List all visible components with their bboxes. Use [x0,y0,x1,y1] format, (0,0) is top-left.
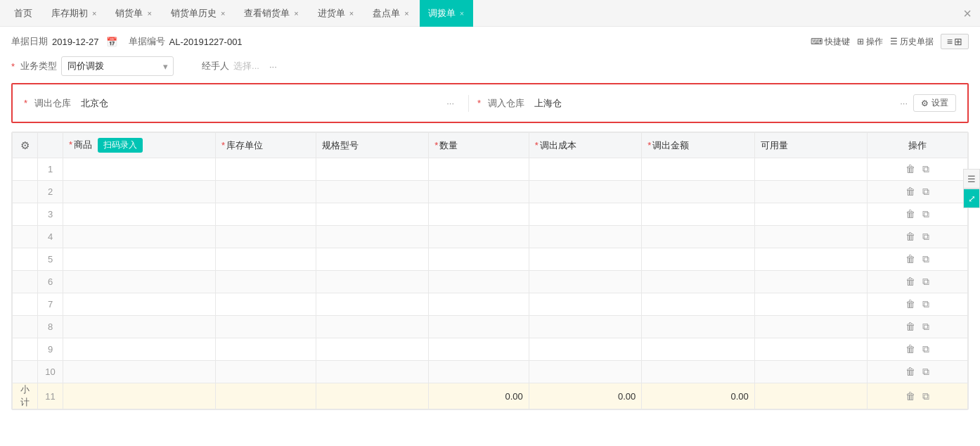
cost-cell[interactable] [529,158,641,181]
product-cell[interactable] [63,271,216,293]
product-cell[interactable] [63,203,216,226]
product-cell[interactable] [63,293,216,316]
tab-home[interactable]: 首页 [6,0,41,27]
product-cell[interactable] [63,181,216,203]
copy-icon[interactable]: ⧉ [922,208,929,219]
product-cell[interactable] [63,226,216,248]
qty-cell[interactable] [429,316,529,338]
copy-icon[interactable]: ⧉ [922,366,929,377]
cost-cell[interactable] [529,181,641,203]
product-cell[interactable] [63,338,216,361]
copy-icon[interactable]: ⧉ [922,186,929,197]
tab-close-icon[interactable]: × [294,9,298,18]
qty-cell[interactable] [429,338,529,361]
business-type-select[interactable]: 同价调拨 [61,56,174,76]
amount-cell[interactable] [642,316,754,338]
table-gear-icon[interactable]: ⚙ [20,139,30,151]
unit-cell[interactable] [216,203,316,226]
cost-cell[interactable] [529,293,641,316]
trash-icon[interactable]: 🗑 [905,208,915,219]
handler-placeholder[interactable]: 选择... [233,60,259,72]
amount-cell[interactable] [642,181,754,203]
spec-cell[interactable] [316,158,428,181]
qty-cell[interactable] [429,271,529,293]
unit-cell[interactable] [216,248,316,271]
amount-cell[interactable] [642,226,754,248]
spec-cell[interactable] [316,338,428,361]
unit-cell[interactable] [216,271,316,293]
tab-close-icon[interactable]: × [460,9,464,18]
unit-cell[interactable] [216,316,316,338]
unit-cell[interactable] [216,226,316,248]
copy-icon[interactable]: ⧉ [922,163,929,174]
cost-cell[interactable] [529,248,641,271]
trash-icon[interactable]: 🗑 [905,163,915,174]
cost-cell[interactable] [529,203,641,226]
tab-close-icon[interactable]: × [349,9,354,18]
amount-cell[interactable] [642,271,754,293]
qty-cell[interactable] [429,203,529,226]
calendar-icon[interactable]: 📅 [106,37,117,47]
trash-icon[interactable]: 🗑 [905,253,915,265]
spec-cell[interactable] [316,316,428,338]
history-button[interactable]: ☰ 历史单据 [890,36,934,48]
trash-icon[interactable]: 🗑 [905,321,915,332]
tab-close-icon[interactable]: × [404,9,408,18]
amount-cell[interactable] [642,203,754,226]
unit-cell[interactable] [216,293,316,316]
transfer-out-dots-button[interactable]: ··· [441,98,460,108]
amount-cell[interactable] [642,361,754,383]
trash-icon[interactable]: 🗑 [905,343,915,355]
tab-sales-history[interactable]: 销货单历史× [162,0,234,27]
tab-initial-stock[interactable]: 库存期初× [43,0,105,27]
spec-cell[interactable] [316,226,428,248]
unit-cell[interactable] [216,181,316,203]
qty-cell[interactable] [429,248,529,271]
spec-cell[interactable] [316,181,428,203]
cost-cell[interactable] [529,338,641,361]
trash-icon[interactable]: 🗑 [905,276,915,287]
product-cell[interactable] [63,158,216,181]
trash-icon[interactable]: 🗑 [905,366,915,377]
shortcut-button[interactable]: ⌨ 快捷键 [811,36,850,48]
trash-icon[interactable]: 🗑 [905,390,915,402]
amount-cell[interactable] [642,338,754,361]
right-panel-list-button[interactable]: ☰ [963,169,980,189]
product-cell[interactable] [63,248,216,271]
trash-icon[interactable]: 🗑 [905,186,915,197]
unit-cell[interactable] [216,338,316,361]
operation-button[interactable]: ⊞ 操作 [857,36,883,48]
cost-cell[interactable] [529,271,641,293]
qty-cell[interactable] [429,158,529,181]
settings-button[interactable]: ⚙ 设置 [913,94,956,112]
spec-cell[interactable] [316,293,428,316]
amount-cell[interactable] [642,158,754,181]
tab-transfer[interactable]: 调拨单× [420,0,473,27]
spec-cell[interactable] [316,248,428,271]
right-panel-expand-button[interactable]: ⤢ [963,189,980,208]
copy-icon[interactable]: ⧉ [922,231,929,242]
cost-cell[interactable] [529,226,641,248]
handler-dots-button[interactable]: ··· [269,61,277,72]
tab-close-icon[interactable]: × [92,9,96,18]
product-cell[interactable] [63,316,216,338]
tab-close-icon[interactable]: × [147,9,151,18]
copy-icon[interactable]: ⧉ [922,390,929,402]
trash-icon[interactable]: 🗑 [905,231,915,242]
copy-icon[interactable]: ⧉ [922,298,929,310]
amount-cell[interactable] [642,293,754,316]
qty-cell[interactable] [429,226,529,248]
qty-cell[interactable] [429,181,529,203]
product-cell[interactable] [63,361,216,383]
qty-cell[interactable] [429,361,529,383]
tab-inventory[interactable]: 盘点单× [364,0,418,27]
tab-view-sales[interactable]: 查看销货单× [236,0,307,27]
cost-cell[interactable] [529,361,641,383]
window-close-button[interactable]: × [963,6,972,22]
trash-icon[interactable]: 🗑 [905,298,915,310]
transfer-in-dots-button[interactable]: ··· [894,98,913,108]
copy-icon[interactable]: ⧉ [922,321,929,332]
tab-purchase-order[interactable]: 进货单× [309,0,363,27]
scan-button[interactable]: 扫码录入 [98,138,143,153]
unit-cell[interactable] [216,361,316,383]
